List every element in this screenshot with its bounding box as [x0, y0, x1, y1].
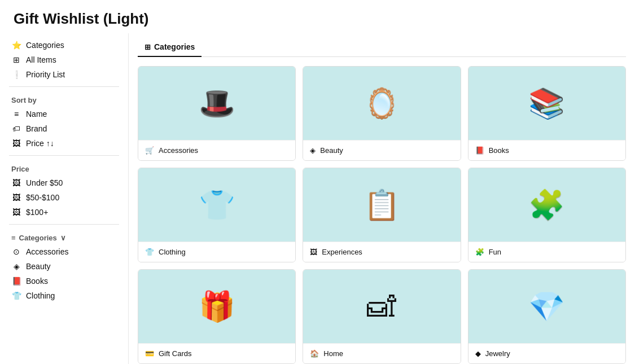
category-footer-home: 🏠 Home [303, 343, 460, 363]
sidebar-item-priority-list-label: Priority List [26, 70, 65, 79]
fun-footer-icon: 🧩 [475, 248, 484, 256]
sidebar-item-beauty[interactable]: ◈ Beauty [9, 259, 119, 274]
chevron-down-icon: ∨ [60, 234, 66, 242]
sidebar-accessories-label: Accessories [26, 247, 68, 256]
category-card-jewelry[interactable]: 💎 ◆ Jewelry [468, 269, 626, 364]
categories-dropdown-section: ≡ Categories ∨ ⊙ Accessories ◈ Beauty 📕 … [9, 229, 119, 303]
nav-section: ⭐ Categories ⊞ All Items ❕ Priority List [9, 38, 119, 82]
categories-list-icon: ≡ [11, 234, 16, 242]
price-range-icon-2: 🖼 [11, 193, 21, 202]
sort-brand-label: Brand [26, 124, 47, 133]
beauty-label: Beauty [320, 146, 343, 155]
category-card-home[interactable]: 🛋 🏠 Home [303, 269, 461, 364]
category-card-experiences[interactable]: 📋 🖼 Experiences [303, 168, 461, 262]
tag-icon: 🏷 [11, 124, 21, 133]
books-category-icon: 📚 [528, 86, 565, 121]
category-footer-books: 📕 Books [468, 140, 625, 160]
main-content: ⊞ Categories 🎩 🛒 Accessories [129, 33, 635, 364]
categories-grid: 🎩 🛒 Accessories 🪞 ◈ Beauty [138, 66, 626, 364]
exclaim-icon: ❕ [11, 70, 21, 79]
sidebar-item-books[interactable]: 📕 Books [9, 274, 119, 288]
price-label: Price [9, 160, 119, 176]
clothing-footer-icon: 👕 [145, 248, 154, 256]
beauty-footer-icon: ◈ [310, 146, 316, 155]
sidebar-beauty-label: Beauty [26, 262, 51, 271]
price-range-icon-1: 🖼 [11, 178, 21, 187]
sidebar: ⭐ Categories ⊞ All Items ❕ Priority List… [0, 33, 129, 364]
sort-section: Sort by ≡ Name 🏷 Brand 🖼 Price ↑↓ [9, 91, 119, 151]
tab-categories[interactable]: ⊞ Categories [138, 38, 202, 57]
jewelry-label: Jewelry [485, 349, 510, 358]
price-icon: 🖼 [11, 139, 21, 148]
category-footer-fun: 🧩 Fun [468, 242, 625, 262]
sidebar-item-all-items-label: All Items [26, 55, 56, 64]
category-image-fun: 🧩 [468, 168, 625, 242]
category-footer-experiences: 🖼 Experiences [303, 242, 460, 262]
category-card-books[interactable]: 📚 📕 Books [468, 66, 626, 161]
home-footer-icon: 🏠 [310, 349, 319, 358]
sidebar-item-categories[interactable]: ⭐ Categories [9, 38, 119, 52]
category-footer-beauty: ◈ Beauty [303, 140, 460, 160]
category-image-books: 📚 [468, 67, 625, 140]
divider-3 [9, 224, 119, 225]
category-image-beauty: 🪞 [303, 67, 460, 140]
price-100-plus[interactable]: 🖼 $100+ [9, 205, 119, 220]
gift-cards-footer-icon: 💳 [145, 349, 154, 358]
category-card-clothing[interactable]: 👕 👕 Clothing [138, 168, 296, 262]
experiences-category-icon: 📋 [364, 188, 400, 222]
price-50-100[interactable]: 🖼 $50-$100 [9, 190, 119, 205]
experiences-footer-icon: 🖼 [310, 248, 317, 256]
category-image-gift-cards: 🎁 [138, 270, 295, 343]
gift-cards-label: Gift Cards [159, 349, 192, 358]
category-card-gift-cards[interactable]: 🎁 💳 Gift Cards [138, 269, 296, 364]
sort-by-price[interactable]: 🖼 Price ↑↓ [9, 136, 119, 151]
price-range-icon-3: 🖼 [11, 208, 21, 217]
category-image-experiences: 📋 [303, 168, 460, 242]
category-image-clothing: 👕 [138, 168, 295, 242]
beauty-icon: ◈ [11, 262, 21, 271]
grid-icon: ⊞ [11, 55, 21, 64]
sidebar-item-categories-label: Categories [26, 41, 64, 50]
category-card-beauty[interactable]: 🪞 ◈ Beauty [303, 66, 461, 161]
jewelry-category-icon: 💎 [528, 290, 565, 324]
price-section: Price 🖼 Under $50 🖼 $50-$100 🖼 $100+ [9, 160, 119, 220]
app-container: Gift Wishlist (Light) ⭐ Categories ⊞ All… [0, 0, 635, 364]
divider-1 [9, 86, 119, 87]
gift-cards-category-icon: 🎁 [199, 290, 235, 324]
sidebar-books-label: Books [26, 277, 48, 286]
sidebar-item-accessories[interactable]: ⊙ Accessories [9, 244, 119, 259]
category-card-fun[interactable]: 🧩 🧩 Fun [468, 168, 626, 262]
jewelry-footer-icon: ◆ [475, 349, 481, 358]
clothing-category-icon: 👕 [199, 188, 235, 222]
page-title: Gift Wishlist (Light) [0, 0, 635, 33]
beauty-category-icon: 🪞 [364, 86, 400, 121]
categories-dropdown-header[interactable]: ≡ Categories ∨ [9, 229, 119, 244]
accessories-label: Accessories [159, 146, 198, 155]
price-under-50-label: Under $50 [26, 178, 63, 187]
price-under-50[interactable]: 🖼 Under $50 [9, 176, 119, 190]
sidebar-item-priority-list[interactable]: ❕ Priority List [9, 67, 119, 82]
tab-categories-label: Categories [154, 42, 195, 51]
category-image-home: 🛋 [303, 270, 460, 343]
tabs-bar: ⊞ Categories [138, 33, 626, 57]
books-label: Books [489, 146, 509, 155]
divider-2 [9, 155, 119, 156]
clothing-icon: 👕 [11, 291, 21, 300]
category-footer-jewelry: ◆ Jewelry [468, 343, 625, 363]
list-icon: ≡ [11, 109, 21, 119]
star-icon: ⭐ [11, 41, 21, 50]
fun-label: Fun [489, 248, 501, 256]
sidebar-clothing-label: Clothing [26, 291, 55, 300]
price-100-plus-label: $100+ [26, 208, 48, 217]
accessories-category-icon: 🎩 [199, 86, 235, 121]
main-layout: ⭐ Categories ⊞ All Items ❕ Priority List… [0, 33, 635, 364]
category-footer-clothing: 👕 Clothing [138, 242, 295, 262]
category-card-accessories[interactable]: 🎩 🛒 Accessories [138, 66, 296, 161]
sidebar-item-clothing[interactable]: 👕 Clothing [9, 288, 119, 303]
sidebar-item-all-items[interactable]: ⊞ All Items [9, 52, 119, 67]
sort-by-name[interactable]: ≡ Name [9, 107, 119, 121]
category-image-jewelry: 💎 [468, 270, 625, 343]
categories-dropdown-label: Categories [19, 234, 57, 242]
books-footer-icon: 📕 [475, 146, 484, 155]
sort-by-brand[interactable]: 🏷 Brand [9, 121, 119, 136]
